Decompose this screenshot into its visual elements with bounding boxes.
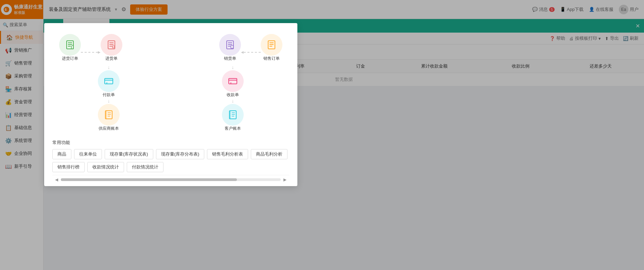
payment-bill-node[interactable]: ¥ 付款单	[98, 70, 120, 98]
svg-rect-31	[229, 111, 231, 119]
receipt-bill-label: 收款单	[227, 92, 239, 98]
func-btn-product[interactable]: 商品	[52, 149, 71, 159]
sales-order-label: 销售订单	[263, 56, 280, 61]
purchase-order-node[interactable]: 进货订单	[59, 34, 81, 61]
customer-ledger-node[interactable]: 客户账本	[222, 104, 244, 131]
receipt-bill-node[interactable]: ¥ 收款单	[222, 70, 244, 98]
func-btn-payment-stat[interactable]: 付款情况统计	[127, 162, 163, 172]
func-btn-stock-dist[interactable]: 现存量(库存分布表)	[156, 149, 205, 159]
function-buttons-row2: 销售排行榜 收款情况统计 付款情况统计	[52, 162, 289, 172]
common-functions-title: 常用功能	[52, 140, 289, 146]
supplier-ledger-icon	[98, 104, 120, 126]
sales-bill-icon	[219, 34, 241, 56]
purchase-bill-icon	[101, 34, 122, 56]
popup-scrollbar: ◀ ▶	[52, 175, 289, 184]
down-arrow-payment: ↓	[98, 98, 120, 104]
sales-bill-node[interactable]: 销货单	[219, 34, 241, 61]
func-btn-sales-margin[interactable]: 销售毛利分析表	[207, 149, 248, 159]
func-btn-sales-rank[interactable]: 销售排行榜	[52, 162, 85, 172]
purchase-bill-node[interactable]: 进货单	[101, 34, 122, 61]
scrollbar-track[interactable]	[61, 178, 281, 181]
flow-diagram: 进货订单 ▶ 进货单 销货单	[52, 31, 289, 131]
func-btn-stock-status[interactable]: 现存量(库存状况表)	[105, 149, 153, 159]
customer-ledger-label: 客户账本	[225, 126, 241, 131]
svg-rect-26	[105, 111, 107, 119]
svg-rect-14	[231, 46, 233, 48]
purchase-order-icon	[59, 34, 81, 56]
svg-text:¥: ¥	[106, 82, 108, 85]
common-functions: 常用功能 商品 往来单位 现存量(库存状况表) 现存量(库存分布表) 销售毛利分…	[52, 140, 289, 172]
quick-nav-popup: 进货订单 ▶ 进货单 销货单	[44, 23, 297, 186]
function-buttons-row1: 商品 往来单位 现存量(库存状况表) 现存量(库存分布表) 销售毛利分析表 商品…	[52, 149, 289, 159]
func-btn-partner[interactable]: 往来单位	[74, 149, 102, 159]
scrollbar-thumb	[61, 178, 237, 181]
down-arrow-receipt: ↓	[222, 98, 244, 104]
down-arrow-purchase: ↓	[98, 64, 120, 70]
payment-bill-icon: ¥	[98, 70, 120, 92]
func-btn-product-margin[interactable]: 商品毛利分析	[251, 149, 288, 159]
purchase-bill-label: 进货单	[105, 56, 118, 61]
func-btn-receipt-stat[interactable]: 收款情况统计	[87, 162, 124, 172]
down-arrow-sales: ↓	[222, 64, 244, 70]
scroll-left-arrow[interactable]: ◀	[55, 177, 58, 182]
svg-text:¥: ¥	[230, 82, 232, 85]
supplier-ledger-label: 供应商账本	[99, 126, 119, 131]
purchase-order-label: 进货订单	[62, 56, 78, 61]
sales-order-icon	[261, 34, 282, 56]
receipt-bill-icon: ¥	[222, 70, 244, 92]
sales-bill-label: 销货单	[224, 56, 236, 61]
supplier-ledger-node[interactable]: 供应商账本	[98, 104, 120, 131]
customer-ledger-icon	[222, 104, 244, 126]
sales-order-node[interactable]: 销售订单	[261, 34, 282, 61]
payment-bill-label: 付款单	[103, 92, 115, 98]
scroll-right-arrow[interactable]: ▶	[283, 177, 286, 182]
